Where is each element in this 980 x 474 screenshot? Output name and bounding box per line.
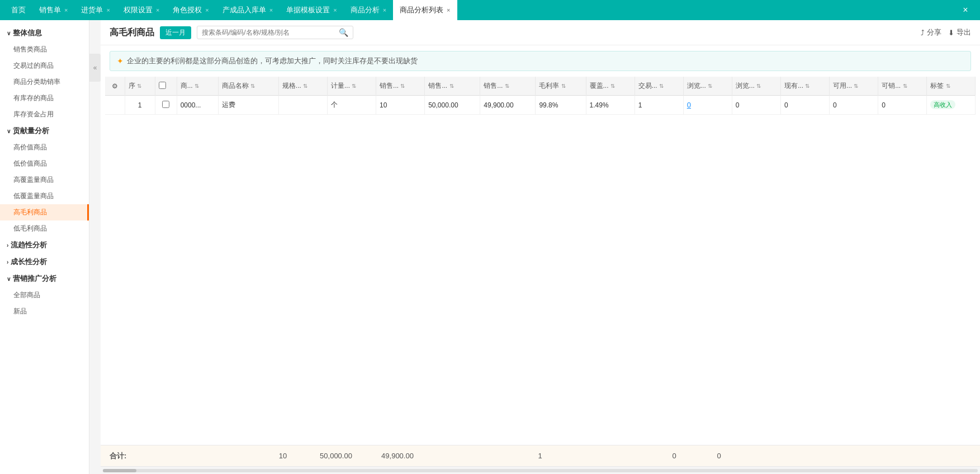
sidebar-item-交易过的商品[interactable]: 交易过的商品 bbox=[0, 58, 89, 74]
col-header-code[interactable]: 商... ⇅ bbox=[177, 77, 218, 96]
cell-check bbox=[155, 96, 177, 115]
col-settings[interactable]: ⚙ bbox=[105, 77, 125, 96]
cell-gross_margin: 99.8% bbox=[536, 96, 586, 115]
share-icon: ⤴ bbox=[921, 29, 925, 37]
col-header-browse2[interactable]: 浏览... ⇅ bbox=[732, 77, 780, 96]
nav-item-权限设置[interactable]: 权限设置× bbox=[117, 0, 166, 20]
nav-close-icon[interactable]: × bbox=[269, 7, 273, 13]
sidebar-group-成长性分析[interactable]: ›成长性分析 bbox=[0, 254, 89, 270]
footer-available-stock: 0 bbox=[702, 452, 736, 460]
sidebar-item-低价值商品[interactable]: 低价值商品 bbox=[0, 156, 89, 172]
nav-close-icon[interactable]: × bbox=[333, 7, 337, 13]
cell-trade: 1 bbox=[635, 96, 683, 115]
nav-close-icon[interactable]: × bbox=[156, 7, 159, 13]
nav-item-进货单[interactable]: 进货单× bbox=[74, 0, 116, 20]
period-button[interactable]: 近一月 bbox=[160, 26, 191, 39]
sidebar-item-高毛利商品[interactable]: 高毛利商品 bbox=[0, 204, 89, 220]
sidebar-item-有库存的商品[interactable]: 有库存的商品 bbox=[0, 90, 89, 106]
sidebar-item-高覆盖量商品[interactable]: 高覆盖量商品 bbox=[0, 172, 89, 188]
cell-saleable_stock: 0 bbox=[878, 96, 927, 115]
export-button[interactable]: ⬇ 导出 bbox=[948, 27, 971, 37]
nav-item-商品分析列表[interactable]: 商品分析列表× bbox=[393, 0, 457, 20]
search-input[interactable] bbox=[202, 29, 339, 36]
select-all-checkbox[interactable] bbox=[159, 82, 166, 89]
nav-item-销售单[interactable]: 销售单× bbox=[32, 0, 74, 20]
nav-close-icon[interactable]: × bbox=[383, 7, 386, 13]
sidebar-group-arrow: ∨ bbox=[7, 128, 11, 134]
sidebar-item-库存资金占用[interactable]: 库存资金占用 bbox=[0, 106, 89, 123]
nav-item-角色授权[interactable]: 角色授权× bbox=[166, 0, 215, 20]
cell-current_stock: 0 bbox=[780, 96, 829, 115]
sidebar-group-arrow: › bbox=[7, 242, 8, 248]
nav-close-icon[interactable]: × bbox=[106, 7, 110, 13]
horizontal-scrollbar[interactable] bbox=[101, 466, 980, 474]
footer-trade: 1 bbox=[523, 452, 557, 460]
sidebar-group-流趋性分析[interactable]: ›流趋性分析 bbox=[0, 237, 89, 254]
info-icon: ✦ bbox=[117, 57, 124, 65]
table-container[interactable]: ⚙序 ⇅商... ⇅商品名称 ⇅规格... ⇅计量... ⇅销售... ⇅销售.… bbox=[101, 77, 980, 445]
sidebar-item-低毛利商品[interactable]: 低毛利商品 bbox=[0, 220, 89, 237]
nav-item-商品分析[interactable]: 商品分析× bbox=[344, 0, 393, 20]
nav-close-icon[interactable]: × bbox=[64, 7, 68, 13]
footer-totals: 合计: 10 50,000.00 49,900.00 1 0 0 bbox=[101, 445, 980, 466]
browse-link[interactable]: 0 bbox=[687, 101, 691, 109]
col-header-browse1[interactable]: 浏览... ⇅ bbox=[683, 77, 732, 96]
cell-sales_profit: 49,900.00 bbox=[480, 96, 536, 115]
sidebar-item-低覆盖量商品[interactable]: 低覆盖量商品 bbox=[0, 188, 89, 204]
table-row: 10000...运费个1050,000.0049,900.0099.8%1.49… bbox=[105, 96, 976, 115]
share-button[interactable]: ⤴ 分享 bbox=[921, 27, 941, 37]
cell-tag: 高收入 bbox=[927, 96, 976, 115]
cell-available_stock: 0 bbox=[830, 96, 878, 115]
search-box: 🔍 bbox=[197, 26, 353, 39]
nav-item-产成品入库单[interactable]: 产成品入库单× bbox=[216, 0, 280, 20]
col-header-sales_qty[interactable]: 销售... ⇅ bbox=[376, 77, 425, 96]
sidebar-group-arrow: › bbox=[7, 259, 8, 265]
nav-item-单据模板设置[interactable]: 单据模板设置× bbox=[280, 0, 343, 20]
sidebar-group-营销推广分析[interactable]: ∨营销推广分析 bbox=[0, 270, 89, 287]
col-header-available_stock[interactable]: 可用... ⇅ bbox=[830, 77, 878, 96]
col-header-seq[interactable]: 序 ⇅ bbox=[125, 77, 155, 96]
row-checkbox[interactable] bbox=[162, 101, 169, 108]
col-header-current_stock[interactable]: 现有... ⇅ bbox=[780, 77, 829, 96]
tag-badge: 高收入 bbox=[930, 100, 955, 109]
sidebar-item-高价值商品[interactable]: 高价值商品 bbox=[0, 139, 89, 156]
sidebar-item-商品分类助销率[interactable]: 商品分类助销率 bbox=[0, 74, 89, 90]
export-icon: ⬇ bbox=[948, 29, 954, 37]
col-header-saleable_stock[interactable]: 可销... ⇅ bbox=[878, 77, 927, 96]
window-close-button[interactable]: × bbox=[955, 0, 976, 20]
sidebar-item-销售类商品[interactable]: 销售类商品 bbox=[0, 41, 89, 58]
col-header-sales_profit[interactable]: 销售... ⇅ bbox=[480, 77, 536, 96]
cell-code: 0000... bbox=[177, 96, 218, 115]
col-header-coverage[interactable]: 覆盖... ⇅ bbox=[586, 77, 635, 96]
sidebar-group-整体信息[interactable]: ∨整体信息 bbox=[0, 25, 89, 41]
col-header-spec[interactable]: 规格... ⇅ bbox=[278, 77, 327, 96]
nav-item-首页[interactable]: 首页 bbox=[4, 0, 32, 20]
sidebar: ∨整体信息销售类商品交易过的商品商品分类助销率有库存的商品库存资金占用∨贡献量分… bbox=[0, 20, 89, 474]
footer-label: 合计: bbox=[110, 451, 154, 461]
cell-coverage: 1.49% bbox=[586, 96, 635, 115]
cell-browse1[interactable]: 0 bbox=[683, 96, 732, 115]
top-nav: 首页销售单×进货单×权限设置×角色授权×产成品入库单×单据模板设置×商品分析×商… bbox=[0, 0, 980, 20]
sidebar-item-全部商品[interactable]: 全部商品 bbox=[0, 287, 89, 303]
sidebar-group-贡献量分析[interactable]: ∨贡献量分析 bbox=[0, 123, 89, 139]
col-header-check[interactable] bbox=[155, 77, 177, 96]
sidebar-item-新品[interactable]: 新品 bbox=[0, 303, 89, 320]
cell-browse2: 0 bbox=[732, 96, 780, 115]
nav-close-icon[interactable]: × bbox=[205, 7, 209, 13]
col-header-unit[interactable]: 计量... ⇅ bbox=[327, 77, 376, 96]
col-header-sales_amount[interactable]: 销售... ⇅ bbox=[425, 77, 480, 96]
cell-seq: 1 bbox=[125, 96, 155, 115]
footer-sales-profit: 49,900.00 bbox=[372, 452, 423, 460]
page-title: 高毛利商品 bbox=[110, 27, 154, 39]
col-header-gross_margin[interactable]: 毛利率 ⇅ bbox=[536, 77, 586, 96]
nav-close-icon[interactable]: × bbox=[447, 7, 450, 13]
sidebar-collapse-button[interactable]: « bbox=[89, 54, 101, 82]
cell-spec bbox=[278, 96, 327, 115]
col-header-trade[interactable]: 交易... ⇅ bbox=[635, 77, 683, 96]
col-header-name[interactable]: 商品名称 ⇅ bbox=[218, 77, 278, 96]
col-header-tag[interactable]: 标签 ⇅ bbox=[927, 77, 976, 96]
search-icon[interactable]: 🔍 bbox=[339, 28, 348, 37]
header-actions: ⤴ 分享 ⬇ 导出 bbox=[921, 27, 971, 37]
cell-sales_qty: 10 bbox=[376, 96, 425, 115]
data-table: ⚙序 ⇅商... ⇅商品名称 ⇅规格... ⇅计量... ⇅销售... ⇅销售.… bbox=[105, 77, 976, 115]
